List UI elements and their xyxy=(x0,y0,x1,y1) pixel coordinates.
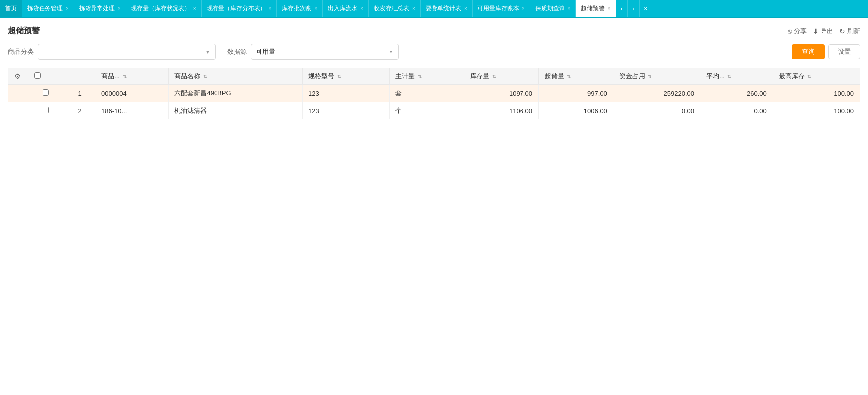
nav-close-arrow[interactable]: × xyxy=(640,0,651,18)
row-gear-cell xyxy=(8,85,28,102)
row-checkbox-cell xyxy=(28,85,64,102)
row-unit: 套 xyxy=(390,85,464,102)
nav-tab-overstock[interactable]: 超储预警 × xyxy=(576,0,616,18)
row-gear-cell xyxy=(8,102,28,119)
page-header: 超储预警 ⎋ 分享 ⬇ 导出 ↻ 刷新 xyxy=(8,26,860,36)
max-stock-sort-icon[interactable]: ⇅ xyxy=(807,74,811,79)
row-seq: 2 xyxy=(64,102,95,119)
product-code-sort-icon[interactable]: ⇅ xyxy=(123,74,127,79)
category-label: 商品分类 xyxy=(8,47,34,56)
unit-label: 主计量 xyxy=(395,72,415,79)
row-spec: 123 xyxy=(302,102,389,119)
nav-tab-abnormal[interactable]: 拣货异常处理 × xyxy=(74,0,126,18)
row-avg: 260.00 xyxy=(700,85,773,102)
header-row: ⚙ 商品... ⇅ 商品名称 ⇅ 规格型号 ⇅ xyxy=(8,68,860,85)
row-capital: 259220.00 xyxy=(613,85,700,102)
row-capital: 0.00 xyxy=(613,102,700,119)
nav-tab-collect[interactable]: 收发存汇总表 × xyxy=(369,0,421,18)
nav-prev-arrow[interactable]: ‹ xyxy=(616,0,628,18)
category-arrow-icon: ▼ xyxy=(205,49,210,55)
close-tab-icon[interactable]: × xyxy=(269,6,272,11)
close-tab-icon[interactable]: × xyxy=(118,6,121,11)
row-overstock: 1006.00 xyxy=(538,102,613,119)
close-tab-icon[interactable]: × xyxy=(314,6,317,11)
category-select[interactable]: ▼ xyxy=(38,44,216,60)
row-checkbox[interactable] xyxy=(43,107,49,113)
nav-tab-order-stat[interactable]: 要货单统计表 × xyxy=(421,0,473,18)
table-row: 2186-10...机油滤清器123个1106.001006.000.000.0… xyxy=(8,102,860,119)
close-tab-icon[interactable]: × xyxy=(193,6,196,11)
nav-tab-avail-account[interactable]: 可用量库存账本 × xyxy=(473,0,530,18)
stock-col-header: 库存量 ⇅ xyxy=(464,68,539,85)
share-button[interactable]: ⎋ 分享 xyxy=(788,27,807,36)
refresh-icon: ↻ xyxy=(839,27,845,35)
max-stock-col-header: 最高库存 ⇅ xyxy=(773,68,860,85)
checkbox-col-header xyxy=(28,68,64,85)
row-product-name: 六配套新昌490BPG xyxy=(169,85,303,102)
page-title: 超储预警 xyxy=(8,26,40,36)
max-stock-label: 最高库存 xyxy=(779,72,805,79)
row-product-name: 机油滤清器 xyxy=(169,102,303,119)
nav-tab-batch[interactable]: 库存批次账 × xyxy=(277,0,323,18)
row-max-stock: 100.00 xyxy=(773,102,860,119)
avg-label: 平均... xyxy=(706,72,725,79)
gear-col-header: ⚙ xyxy=(8,68,28,85)
close-tab-icon[interactable]: × xyxy=(608,6,610,11)
unit-sort-icon[interactable]: ⇅ xyxy=(418,74,422,79)
datasource-filter: 数据源 可用量 ▼ xyxy=(227,44,399,60)
nav-tab-inout-flow[interactable]: 出入库流水 × xyxy=(323,0,369,18)
stock-sort-icon[interactable]: ⇅ xyxy=(492,74,496,79)
product-name-col-header: 商品名称 ⇅ xyxy=(169,68,303,85)
capital-label: 资金占用 xyxy=(619,72,645,79)
spec-col-header: 规格型号 ⇅ xyxy=(302,68,389,85)
product-name-sort-icon[interactable]: ⇅ xyxy=(203,74,207,79)
row-product-code: 0000004 xyxy=(95,85,169,102)
close-tab-icon[interactable]: × xyxy=(360,6,363,11)
close-tab-icon[interactable]: × xyxy=(522,6,525,11)
gear-icon[interactable]: ⚙ xyxy=(14,72,21,80)
row-spec: 123 xyxy=(302,85,389,102)
refresh-button[interactable]: ↻ 刷新 xyxy=(839,27,860,36)
overstock-label: 超储量 xyxy=(545,72,564,79)
share-icon: ⎋ xyxy=(788,27,792,35)
row-checkbox[interactable] xyxy=(43,89,49,96)
close-tab-icon[interactable]: × xyxy=(464,6,467,11)
seq-col-header xyxy=(64,68,95,85)
nav-next-arrow[interactable]: › xyxy=(628,0,640,18)
row-stock: 1106.00 xyxy=(464,102,539,119)
row-product-code: 186-10... xyxy=(95,102,169,119)
nav-tab-inventory-status[interactable]: 现存量（库存状况表） × xyxy=(126,0,202,18)
table-body: 10000004六配套新昌490BPG123套1097.00997.002592… xyxy=(8,85,860,119)
row-seq: 1 xyxy=(64,85,95,102)
row-stock: 1097.00 xyxy=(464,85,539,102)
datasource-select[interactable]: 可用量 ▼ xyxy=(251,44,399,60)
capital-col-header: 资金占用 ⇅ xyxy=(613,68,700,85)
nav-tab-quality[interactable]: 保质期查询 × xyxy=(530,0,576,18)
row-max-stock: 100.00 xyxy=(773,85,860,102)
overstock-sort-icon[interactable]: ⇅ xyxy=(567,74,571,79)
product-name-label: 商品名称 xyxy=(174,72,200,79)
select-all-checkbox[interactable] xyxy=(34,72,41,79)
capital-sort-icon[interactable]: ⇅ xyxy=(648,74,651,79)
table-row: 10000004六配套新昌490BPG123套1097.00997.002592… xyxy=(8,85,860,102)
close-tab-icon[interactable]: × xyxy=(412,6,415,11)
close-tab-icon[interactable]: × xyxy=(66,6,69,11)
datasource-value: 可用量 xyxy=(256,47,275,56)
unit-col-header: 主计量 ⇅ xyxy=(390,68,464,85)
avg-sort-icon[interactable]: ⇅ xyxy=(727,74,731,79)
stock-label: 库存量 xyxy=(470,72,489,79)
table-header: ⚙ 商品... ⇅ 商品名称 ⇅ 规格型号 ⇅ xyxy=(8,68,860,85)
nav-tab-task-mgmt[interactable]: 拣货任务管理 × xyxy=(22,0,74,18)
close-tab-icon[interactable]: × xyxy=(568,6,571,11)
nav-tab-inventory-dist[interactable]: 现存量（库存分布表） × xyxy=(202,0,277,18)
datasource-arrow-icon: ▼ xyxy=(389,49,393,55)
spec-sort-icon[interactable]: ⇅ xyxy=(337,74,341,79)
filter-buttons: 查询 设置 xyxy=(792,44,860,59)
query-button[interactable]: 查询 xyxy=(792,44,825,59)
category-filter: 商品分类 ▼ xyxy=(8,44,216,60)
product-code-label: 商品... xyxy=(101,72,120,79)
nav-tab-home[interactable]: 首页 xyxy=(0,0,22,18)
export-button[interactable]: ⬇ 导出 xyxy=(813,27,833,36)
spec-label: 规格型号 xyxy=(308,72,334,79)
settings-button[interactable]: 设置 xyxy=(828,44,860,59)
